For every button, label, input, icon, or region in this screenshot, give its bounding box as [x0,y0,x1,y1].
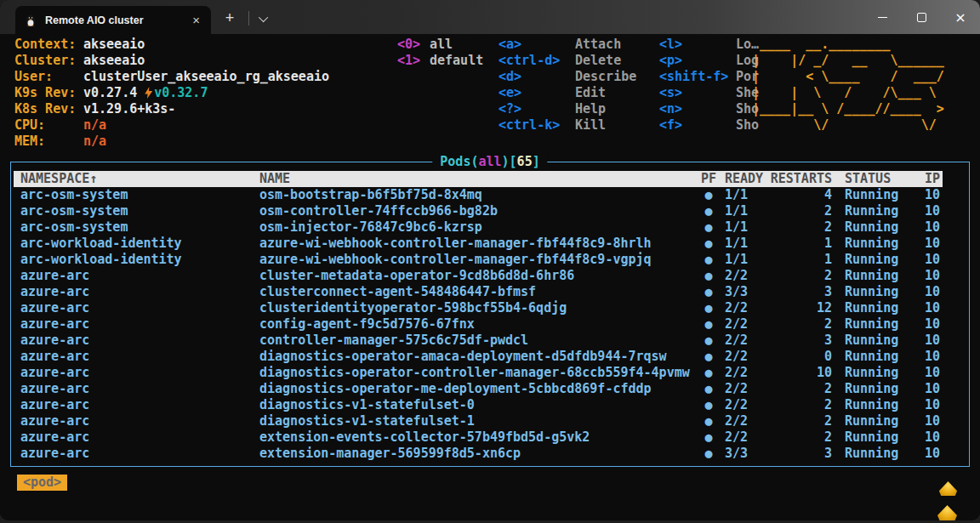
cell-status: Running [845,446,898,462]
cell-ip: 10 [919,187,940,203]
cell-namespace: arc-workload-identity [20,252,182,268]
tab-dropdown-button[interactable] [254,8,276,29]
cell-pf-dot-icon: ● [698,429,720,446]
pod-row[interactable]: azure-arcdiagnostics-v1-statefulset-0●2/… [11,397,969,413]
pods-table: Pods(all)[65] NAMESPACE↑NAMEPFREADYRESTA… [10,162,970,467]
namespace-hotkey: <0>all [397,37,483,53]
maximize-button[interactable] [902,0,941,34]
cell-name: cluster-metadata-operator-9cd8b6d8d-6hr8… [259,268,574,284]
pod-row[interactable]: azure-arcdiagnostics-operator-amaca-depl… [11,349,969,365]
cell-pf-dot-icon: ● [698,219,720,236]
pod-row[interactable]: azure-arcdiagnostics-operator-me-deploym… [11,381,969,397]
minimize-button[interactable] [863,0,902,34]
cell-restarts: 0 [766,349,832,365]
terminal-window: Remote AIO cluster × + × Context:akseeai… [0,0,980,520]
cell-restarts: 2 [766,219,832,236]
pod-row[interactable]: azure-arcdiagnostics-v1-statefulset-1●2/… [11,413,969,429]
hotkey-key: <a> [499,37,575,53]
cell-restarts: 1 [766,252,832,268]
cell-ip: 10 [919,381,940,397]
cell-ready: 1/1 [725,236,748,252]
action-hotkey: <d>Describe [499,69,636,85]
close-button[interactable]: × [941,0,980,34]
gold-cone-overlay-icon [937,505,958,520]
cell-pf-dot-icon: ● [698,187,720,203]
titlebar[interactable]: Remote AIO cluster × + × [0,0,980,34]
table-header-row: NAMESPACE↑NAMEPFREADYRESTARTSSTATUSIP [11,171,969,187]
hotkey-key: <l> [659,37,736,53]
cell-status: Running [845,316,898,333]
cell-restarts: 2 [766,268,832,284]
pod-row[interactable]: arc-osm-systemosm-injector-76847c9bc6-kz… [11,219,969,236]
cell-name: extension-events-collector-57b49fbd5d-g5… [259,429,590,446]
cell-namespace: arc-osm-system [20,219,128,236]
cell-status: Running [845,333,898,349]
cell-restarts: 12 [766,300,832,316]
hotkey-key: <ctrl-d> [499,53,575,69]
action-hotkey: <e>Edit [499,85,636,101]
crumb-pod[interactable]: <pod> [17,475,67,491]
action-hotkey: <a>Attach [499,37,636,53]
info-value: v0.27.4 [83,85,137,100]
cell-pf-dot-icon: ● [698,203,720,219]
namespace-name: all [430,37,453,52]
cell-ready: 1/1 [725,252,748,268]
hotkey-key: <ctrl-k> [499,117,575,134]
cluster-info-line: User:clusterUser_akseeaio_rg_akseeaio [14,69,329,85]
cell-pf-dot-icon: ● [698,316,720,333]
hotkey-action: Help [575,101,606,117]
cell-namespace: azure-arc [20,413,89,429]
pod-row[interactable]: azure-arcextension-events-collector-57b4… [11,429,969,446]
column-header: NAMESPACE↑ [20,171,97,187]
cell-namespace: azure-arc [20,300,89,316]
pod-row[interactable]: azure-arcclusteridentityoperator-598bcf5… [11,300,969,316]
info-value: clusterUser_akseeaio_rg_akseeaio [83,69,329,84]
table-rows: arc-osm-systemosm-bootstrap-b6f5bf75d-8x… [11,187,969,462]
action-hotkey: <shift-f>Por [659,69,759,85]
pod-row[interactable]: azure-arcdiagnostics-operator-controller… [11,365,969,381]
table-title-segment: all [478,154,501,169]
namespace-key: <1> [397,53,430,69]
table-title-segment: 65 [517,154,533,169]
titlebar-divider [248,11,249,26]
cell-status: Running [845,252,898,268]
pod-row[interactable]: arc-workload-identityazure-wi-webhook-co… [11,236,969,252]
table-title-segment: Pods( [440,154,478,169]
hotkey-action: Kill [575,117,606,133]
hotkey-key: <s> [659,85,736,101]
pod-row[interactable]: azure-arcextension-manager-569599f8d5-xn… [11,446,969,462]
cell-ip: 10 [919,429,940,446]
pod-row[interactable]: azure-arccontroller-manager-575c6c75df-p… [11,333,969,349]
info-value: akseeaio [83,37,145,52]
cell-ip: 10 [919,397,940,413]
hotkey-action: Delete [575,53,621,68]
pod-row[interactable]: azure-arcclusterconnect-agent-548486447-… [11,284,969,300]
cell-restarts: 3 [766,333,832,349]
cell-pf-dot-icon: ● [698,300,720,316]
chevron-down-icon [259,12,268,21]
column-header: RESTARTS [766,171,832,187]
tab-close-icon[interactable]: × [190,14,202,26]
cell-pf-dot-icon: ● [698,413,720,429]
info-value: v1.29.6+k3s- [83,101,175,117]
window-controls: × [863,0,980,34]
cell-ready: 3/3 [725,446,748,462]
cell-ip: 10 [919,203,940,219]
pod-row[interactable]: arc-workload-identityazure-wi-webhook-co… [11,252,969,268]
cell-pf-dot-icon: ● [698,381,720,397]
cell-restarts: 3 [766,284,832,300]
action-hotkey: <n>Sho [659,101,759,117]
cell-pf-dot-icon: ● [698,397,720,413]
cell-ready: 2/2 [725,300,748,316]
pod-row[interactable]: azure-arccluster-metadata-operator-9cd8b… [11,268,969,284]
cell-restarts: 2 [766,429,832,446]
cell-namespace: azure-arc [20,381,89,397]
pod-row[interactable]: arc-osm-systemosm-bootstrap-b6f5bf75d-8x… [11,187,969,203]
pod-row[interactable]: azure-arcconfig-agent-f9c5d7576-67fnx●2/… [11,316,969,333]
cell-namespace: azure-arc [20,316,89,333]
cell-status: Running [845,429,898,446]
pod-row[interactable]: arc-osm-systemosm-controller-74ffccb966-… [11,203,969,219]
tab-remote-aio-cluster[interactable]: Remote AIO cluster × [15,6,211,34]
cell-namespace: arc-osm-system [20,187,128,203]
new-tab-button[interactable]: + [217,8,242,29]
